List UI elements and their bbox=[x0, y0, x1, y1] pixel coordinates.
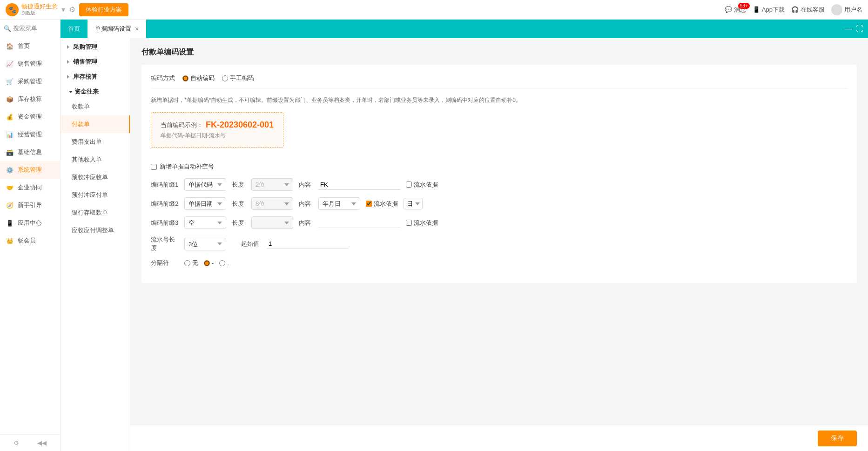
separator-dot-input[interactable] bbox=[219, 260, 225, 266]
sub-nav-group-sales-label: 销售管理 bbox=[73, 58, 97, 66]
sidebar-item-purchase-label: 采购管理 bbox=[18, 77, 42, 86]
auto-code-input[interactable] bbox=[182, 75, 188, 81]
prefix3-select[interactable]: 空 bbox=[184, 216, 226, 229]
prefix2-content-select[interactable]: 年月日 bbox=[318, 197, 360, 210]
start-value-input[interactable] bbox=[267, 239, 349, 249]
sub-nav-group-finance[interactable]: 资金往来 bbox=[61, 83, 130, 98]
sidebar-item-sales[interactable]: 📈 销售管理 bbox=[0, 55, 60, 73]
sidebar-item-enterprise[interactable]: 🤝 企业协同 bbox=[0, 179, 60, 196]
purchase-group-arrow bbox=[67, 45, 69, 49]
prefix1-length-select[interactable]: 2位 bbox=[251, 178, 293, 191]
content-area: 首页 单据编码设置 × — ⛶ 采购管理 销售管理 bbox=[61, 20, 868, 451]
sidebar-item-finance[interactable]: 💰 资金管理 bbox=[0, 108, 60, 126]
prefix1-select[interactable]: 单据代码 bbox=[184, 178, 226, 191]
sidebar-search[interactable]: 🔍 搜索菜单 bbox=[0, 20, 60, 37]
serial-row: 流水号长度 3位 起始值 bbox=[151, 236, 848, 252]
prefix3-length-select[interactable] bbox=[251, 216, 293, 229]
code-example-value: FK-20230602-001 bbox=[206, 120, 274, 130]
download-btn[interactable]: 📱 App下载 bbox=[753, 6, 785, 14]
tab-expand-btn[interactable]: ⛶ bbox=[856, 25, 863, 33]
separator-dash-input[interactable] bbox=[204, 260, 210, 266]
collapse-icon[interactable]: ◀◀ bbox=[37, 439, 47, 446]
sub-nav-item-bank-deposit[interactable]: 银行存取款单 bbox=[61, 204, 130, 222]
prefix1-cascade-checkbox[interactable] bbox=[406, 182, 412, 188]
auto-code-radio[interactable]: 自动编码 bbox=[182, 74, 215, 82]
serial-length-select[interactable]: 3位 bbox=[184, 238, 226, 250]
prefix3-label: 编码前缀3 bbox=[151, 219, 179, 227]
prefix2-select[interactable]: 单据日期 bbox=[184, 197, 226, 210]
sidebar-item-apps-label: 应用中心 bbox=[18, 219, 42, 227]
tab-home[interactable]: 首页 bbox=[61, 20, 87, 38]
user-btn[interactable]: 用户名 bbox=[831, 4, 862, 15]
sidebar-item-member-label: 畅会员 bbox=[18, 236, 36, 245]
info-text: 新增单据时，*单据编码*自动生成，不可编辑。前缀设置为部门、业务员等档案类，开单… bbox=[151, 96, 848, 105]
tab-home-label: 首页 bbox=[68, 25, 80, 33]
sidebar-item-enterprise-label: 企业协同 bbox=[18, 183, 42, 192]
prefix2-length-label: 长度 bbox=[232, 200, 244, 208]
sub-nav-item-prepaid-receivable[interactable]: 预收冲应收单 bbox=[61, 168, 130, 186]
sub-nav-group-purchase[interactable]: 采购管理 bbox=[61, 38, 130, 53]
tab-code-settings[interactable]: 单据编码设置 × bbox=[87, 20, 146, 38]
settings-icon[interactable]: ⚙ bbox=[69, 5, 75, 14]
separator-none-radio[interactable]: 无 bbox=[184, 259, 198, 267]
prefix3-content-input[interactable] bbox=[318, 218, 400, 228]
auto-fill-row: 新增单据自动补空号 bbox=[151, 162, 848, 171]
page-content: 付款单编码设置 编码方式 自动编码 bbox=[130, 38, 868, 425]
sidebar-item-member[interactable]: 👑 畅会员 bbox=[0, 232, 60, 249]
separator-none-input[interactable] bbox=[184, 260, 190, 266]
sub-nav-item-payment[interactable]: 付款单 bbox=[61, 115, 130, 133]
auto-fill-checkbox[interactable] bbox=[151, 164, 157, 170]
sidebar-item-basic[interactable]: 🗃️ 基础信息 bbox=[0, 143, 60, 161]
prefix2-cascade-checkbox[interactable] bbox=[366, 201, 372, 207]
tab-minimize-btn[interactable]: — bbox=[845, 25, 852, 33]
expand-icon[interactable]: ▾ bbox=[61, 5, 65, 14]
industry-btn[interactable]: 体验行业方案 bbox=[79, 3, 128, 16]
sub-nav-group-sales[interactable]: 销售管理 bbox=[61, 53, 130, 68]
sidebar-item-apps[interactable]: 📱 应用中心 bbox=[0, 214, 60, 232]
separator-dash-radio[interactable]: - bbox=[204, 260, 214, 267]
sub-nav-item-prepaid-payable[interactable]: 预付冲应付单 bbox=[61, 186, 130, 204]
prefix1-cascade[interactable]: 流水依据 bbox=[406, 181, 438, 189]
bank-deposit-label: 银行存取款单 bbox=[72, 209, 108, 217]
sub-nav-item-expense[interactable]: 费用支出单 bbox=[61, 133, 130, 151]
brand-logo: 🐾 bbox=[6, 3, 19, 16]
finance-icon: 💰 bbox=[6, 113, 14, 121]
message-btn[interactable]: 💬 消息 99+ bbox=[725, 6, 746, 14]
settings-bottom-icon[interactable]: ⚙ bbox=[13, 439, 19, 446]
prefix2-cascade[interactable]: 流水依据 bbox=[366, 200, 398, 208]
sub-nav-group-purchase-label: 采购管理 bbox=[73, 43, 97, 51]
sub-nav-item-other-income[interactable]: 其他收入单 bbox=[61, 151, 130, 168]
search-icon: 🔍 bbox=[4, 25, 11, 32]
sidebar-item-system[interactable]: ⚙️ 系统管理 bbox=[0, 161, 60, 179]
sub-nav-item-ar-ap-adjust[interactable]: 应收应付调整单 bbox=[61, 222, 130, 239]
sidebar-item-home[interactable]: 🏠 首页 bbox=[0, 37, 60, 55]
sub-nav-item-receipt[interactable]: 收款单 bbox=[61, 98, 130, 115]
prefix2-cascade-unit-select[interactable]: 日 月 年 bbox=[404, 198, 423, 209]
prefix3-cascade-checkbox[interactable] bbox=[406, 220, 412, 226]
sidebar-item-operations[interactable]: 📊 经营管理 bbox=[0, 126, 60, 143]
prefix2-label: 编码前缀2 bbox=[151, 200, 179, 208]
code-example: 当前编码示例： FK-20230602-001 单据代码-单据日期-流水号 bbox=[151, 112, 283, 148]
prefix2-content-label: 内容 bbox=[299, 200, 311, 208]
other-income-label: 其他收入单 bbox=[72, 155, 102, 164]
prefix2-length-select[interactable]: 8位 bbox=[251, 197, 293, 210]
manual-code-input[interactable] bbox=[222, 75, 228, 81]
sidebar-item-inventory[interactable]: 📦 库存核算 bbox=[0, 90, 60, 108]
settings-panel: 编码方式 自动编码 手工编码 bbox=[141, 65, 857, 283]
sidebar-item-purchase[interactable]: 🛒 采购管理 bbox=[0, 73, 60, 90]
sidebar-item-guide[interactable]: 🧭 新手引导 bbox=[0, 196, 60, 214]
prefix1-content-input[interactable] bbox=[318, 180, 400, 190]
bottom-bar: 保存 bbox=[130, 425, 868, 451]
code-example-desc: 单据代码-单据日期-流水号 bbox=[161, 132, 274, 140]
manual-code-radio[interactable]: 手工编码 bbox=[222, 74, 254, 82]
save-button[interactable]: 保存 bbox=[818, 431, 857, 446]
tab-close-icon[interactable]: × bbox=[135, 25, 139, 33]
separator-dot-radio[interactable]: . bbox=[219, 260, 229, 267]
sub-nav-group-inventory[interactable]: 库存核算 bbox=[61, 68, 130, 83]
prefix3-cascade[interactable]: 流水依据 bbox=[406, 219, 438, 227]
service-btn[interactable]: 🎧 在线客服 bbox=[791, 6, 825, 14]
enterprise-icon: 🤝 bbox=[6, 183, 14, 192]
main-layout: 🔍 搜索菜单 🏠 首页 📈 销售管理 🛒 采购管理 📦 库存核算 💰 资金管理 … bbox=[0, 20, 868, 451]
topbar-right: 💬 消息 99+ 📱 App下载 🎧 在线客服 用户名 bbox=[725, 4, 862, 15]
brand-name: 畅捷通好生意 bbox=[21, 3, 58, 10]
